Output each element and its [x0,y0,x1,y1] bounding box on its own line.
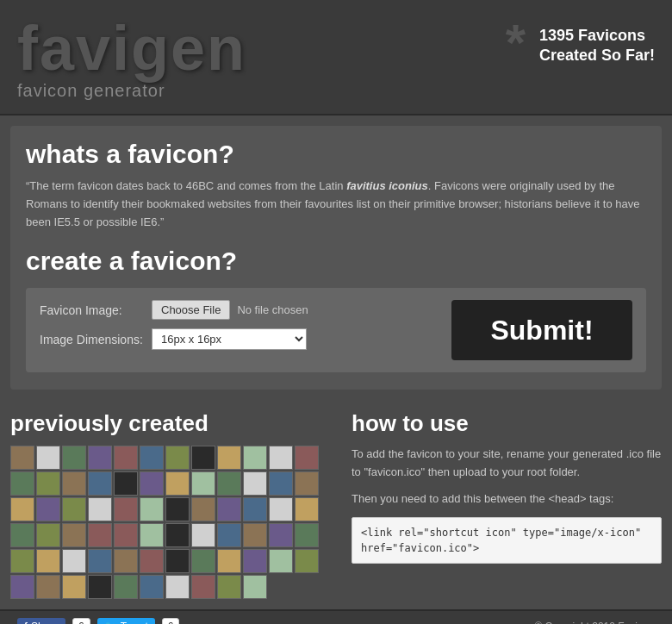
twitter-icon: 🐦 [104,621,117,624]
favicon-cell [114,575,138,599]
form-rows: Favicon Image: Choose File No file chose… [40,300,632,360]
favicon-cell [295,471,319,496]
counter-line2: Created So Far! [539,46,655,66]
info-section: whats a favicon? “The term favicon dates… [10,126,662,390]
facebook-share-button[interactable]: f Share [17,618,65,624]
favicon-cell [191,446,215,470]
tweet-count: 6 [162,618,180,624]
create-title: create a favicon? [26,246,646,276]
favicon-cell [114,497,138,521]
share-label: Share [31,621,59,624]
favicon-cell [10,446,34,470]
favicon-cell [88,523,112,547]
favicon-cell [140,446,164,470]
favicon-cell [88,497,112,521]
dimensions-select[interactable]: 16px x 16px 32px x 32px 48px x 48px [152,328,307,350]
whats-title: whats a favicon? [26,140,646,169]
favicon-cell [88,471,112,496]
file-input-row: Favicon Image: Choose File No file chose… [40,300,434,320]
favicon-cell [36,471,60,496]
favicon-cell [165,523,190,547]
favicon-cell [62,497,86,521]
favicon-cell [165,471,190,496]
favicon-cell [10,471,34,496]
main-content: whats a favicon? “The term favicon dates… [0,126,672,609]
favicon-cell [10,549,34,573]
favicon-cell [10,575,34,599]
favicon-cell [62,446,86,470]
favicon-cell [217,549,241,573]
favicon-cell [62,575,86,599]
favicon-cell [191,549,215,573]
form-area: Favicon Image: Choose File No file chose… [26,288,646,372]
how-to-use-section: how to use To add the favicon to your si… [352,410,662,599]
favicon-cell [165,446,190,470]
favicon-cell [36,523,60,547]
favicon-cell [243,497,267,521]
favicon-cell [269,446,293,470]
file-chosen-text: No file chosen [237,303,308,316]
favicon-cell [114,549,138,573]
favicon-cell [243,575,267,599]
favicon-cell [36,497,60,521]
favicon-cell [165,549,190,573]
whats-latin: favitius iconius [346,179,428,192]
copyright: © Copyright 2010 Favigen [534,621,655,624]
favicon-cell [191,497,215,521]
favicon-cell [243,446,267,470]
favicon-cell [243,523,267,547]
favicon-cell [88,446,112,470]
favicon-cell [269,549,293,573]
favicon-cell [295,549,319,573]
favicon-cell [191,575,215,599]
favicon-cell [295,523,319,547]
favicon-cell [217,575,241,599]
footer: f Share 6 🐦 Tweet 6 © Copyright 2010 Fav… [0,609,672,624]
favicon-cell [269,497,293,521]
favicon-cell [243,471,267,496]
favicon-cell [114,471,138,496]
favicon-cell [243,549,267,573]
favicon-cell [140,471,164,496]
form-left: Favicon Image: Choose File No file chose… [40,300,434,359]
favicon-cell [165,497,190,521]
header: favigen favicon generator * 1395 Favicon… [0,0,672,115]
favicon-cell [62,523,86,547]
favicon-cell [36,446,60,470]
favicon-image-label: Favicon Image: [40,303,152,317]
favicon-cell [191,523,215,547]
favicon-cell [140,549,164,573]
favicon-cell [295,497,319,521]
facebook-icon: f [24,621,28,624]
bottom-area: previously created how to use To add the… [0,400,672,609]
favicon-cell [217,446,241,470]
favicon-cell [269,523,293,547]
favicon-cell [140,497,164,521]
favicon-cell [140,575,164,599]
counter-line1: 1395 Favicons [539,26,655,46]
howto-title: how to use [352,410,662,437]
favicon-cell [10,497,34,521]
favicon-cell [88,549,112,573]
favicon-cell [114,523,138,547]
howto-desc1: To add the favicon to your site, rename … [352,446,662,482]
whats-desc-pre: “The term favicon dates back to 46BC and… [26,179,346,192]
favicon-cell [36,575,60,599]
asterisk-icon: * [506,13,526,72]
share-count: 6 [72,618,90,624]
favicon-cell [295,446,319,470]
choose-file-button[interactable]: Choose File [152,300,230,320]
favicon-cell [217,523,241,547]
code-box: <link rel="shortcut icon" type="image/x-… [352,517,662,564]
file-input-wrapper: Choose File No file chosen [152,300,434,320]
whats-desc: “The term favicon dates back to 46BC and… [26,178,646,231]
favicon-cell [10,523,34,547]
twitter-tweet-button[interactable]: 🐦 Tweet [97,618,155,624]
favicon-grid [10,446,334,599]
dimensions-label: Image Dimensions: [40,333,152,346]
social-buttons: f Share 6 🐦 Tweet 6 [17,618,179,624]
counter-box: 1395 Favicons Created So Far! [539,26,655,66]
favicon-cell [191,471,215,496]
submit-button[interactable]: Submit! [451,300,632,360]
howto-desc2: Then you need to add this between the <h… [352,490,662,509]
